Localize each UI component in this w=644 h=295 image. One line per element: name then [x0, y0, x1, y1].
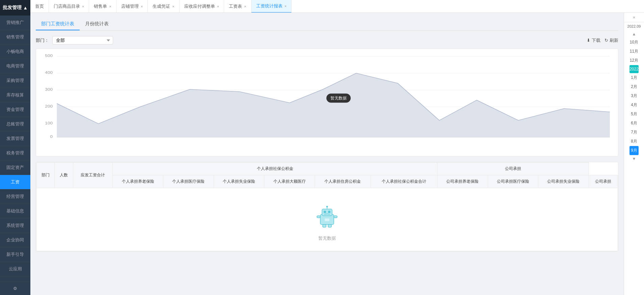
- calendar-month-12月[interactable]: 12月: [629, 56, 639, 65]
- sidebar-item-税务管理[interactable]: 税务管理: [0, 146, 30, 160]
- tab-生成凭证[interactable]: 生成凭证×: [148, 0, 179, 13]
- download-label: 下载: [592, 37, 600, 43]
- data-table-wrap: 部门 人数 应发工资合计 个人承担社保公积金 公司承担 个人承担养老保险 个人承…: [36, 162, 618, 252]
- refresh-icon: ↻: [605, 38, 608, 43]
- toolbar-left: 部门： 全部: [36, 36, 113, 45]
- tab-close-icon[interactable]: ×: [244, 4, 246, 8]
- sidebar-toggle-icon: ▲: [23, 5, 28, 10]
- sidebar-item-固定资产[interactable]: 固定资产: [0, 160, 30, 175]
- sidebar-item-营销推广[interactable]: 营销推广: [0, 16, 30, 30]
- empty-state: 暂无数据: [39, 191, 615, 248]
- calendar-month-2月[interactable]: 2月: [629, 82, 639, 91]
- sidebar-item-库存核算[interactable]: 库存核算: [0, 88, 30, 102]
- tab-label: 应收应付调整单: [184, 3, 215, 9]
- calendar-month-9月[interactable]: 9月: [629, 146, 639, 155]
- table-empty-row: 暂无数据: [36, 188, 618, 251]
- th-total-wage: 应发工资合计: [73, 163, 113, 188]
- th-p-housing: 个人承担住房公积金: [315, 175, 371, 188]
- th-c-unemploy: 公司承担失业保险: [538, 175, 589, 188]
- sub-tab-月份统计表[interactable]: 月份统计表: [80, 18, 114, 30]
- calendar-month-6月[interactable]: 6月: [629, 119, 639, 128]
- tab-工资统计报表[interactable]: 工资统计报表×: [251, 0, 292, 13]
- sidebar-item-云应用[interactable]: 云应用: [0, 262, 30, 276]
- empty-icon: [314, 204, 341, 231]
- dept-select[interactable]: 全部: [52, 36, 113, 45]
- calendar-month-8月[interactable]: 8月: [629, 137, 639, 146]
- calendar-month-7月[interactable]: 7月: [629, 128, 639, 137]
- sidebar-item-基础信息[interactable]: 基础信息: [0, 204, 30, 218]
- th-c-medical: 公司承担医疗保险: [488, 175, 538, 188]
- sidebar-footer-settings[interactable]: ⚙: [0, 282, 30, 295]
- chart-area: 500 400 300 200 100 0: [36, 49, 618, 156]
- svg-rect-15: [324, 211, 326, 213]
- tab-店铺管理[interactable]: 店铺管理×: [116, 0, 148, 13]
- sidebar-header[interactable]: 批发管理 ▲: [0, 0, 30, 16]
- tab-label: 工资统计报表: [256, 3, 283, 9]
- th-p-pension: 个人承担养老保险: [113, 175, 163, 188]
- sidebar-item-销售管理[interactable]: 销售管理: [0, 30, 30, 45]
- tab-bar: 首页门店商品目录×销售单×店铺管理×生成凭证×应收应付调整单×工资表×工资统计报…: [30, 0, 644, 13]
- th-p-unemploy: 个人承担失业保险: [214, 175, 264, 188]
- calendar-month-11月[interactable]: 11月: [629, 47, 639, 56]
- sidebar-item-总账管理[interactable]: 总账管理: [0, 117, 30, 131]
- sidebar-item-工资[interactable]: 工资: [0, 175, 30, 189]
- sidebar-item-企业协同[interactable]: 企业协同: [0, 233, 30, 247]
- tab-工资表[interactable]: 工资表×: [224, 0, 251, 13]
- svg-text:300: 300: [45, 87, 53, 91]
- refresh-button[interactable]: ↻ 刷新: [605, 37, 618, 43]
- tab-close-icon[interactable]: ×: [172, 4, 174, 8]
- svg-text:500: 500: [45, 54, 53, 58]
- svg-rect-21: [323, 225, 326, 227]
- calendar-month-1月[interactable]: 1月: [629, 73, 639, 82]
- tab-首页[interactable]: 首页: [30, 0, 49, 13]
- sub-tabs: 部门工资统计表月份统计表: [36, 18, 618, 31]
- th-p-total: 个人承担社保公积金合计: [371, 175, 437, 188]
- sidebar-item-电商管理[interactable]: 电商管理: [0, 59, 30, 73]
- calendar-close-button[interactable]: ×: [624, 13, 644, 22]
- tab-close-icon[interactable]: ×: [217, 4, 219, 8]
- data-table: 部门 人数 应发工资合计 个人承担社保公积金 公司承担 个人承担养老保险 个人承…: [36, 162, 618, 251]
- empty-text: 暂无数据: [39, 235, 615, 241]
- calendar-month-2022[interactable]: 2022: [629, 65, 639, 73]
- tab-close-icon[interactable]: ×: [141, 4, 143, 8]
- tab-close-icon[interactable]: ×: [82, 4, 84, 8]
- th-people: 人数: [55, 163, 73, 188]
- sidebar-item-采购管理[interactable]: 采购管理: [0, 73, 30, 88]
- sub-tab-部门工资统计表[interactable]: 部门工资统计表: [36, 18, 80, 30]
- svg-text:200: 200: [45, 104, 53, 108]
- tab-label: 店铺管理: [121, 3, 139, 9]
- sidebar-item-小畅电商[interactable]: 小畅电商: [0, 45, 30, 59]
- tab-门店商品目录[interactable]: 门店商品目录×: [49, 0, 89, 13]
- svg-rect-20: [334, 216, 337, 218]
- sidebar-item-系统管理[interactable]: 系统管理: [0, 218, 30, 233]
- refresh-label: 刷新: [610, 37, 618, 43]
- calendar-panel: × 2022.09 ▲ 10月11月12月20221月2月3月4月5月6月7月8…: [624, 13, 644, 295]
- tab-label: 门店商品目录: [54, 3, 80, 9]
- svg-rect-22: [328, 225, 331, 227]
- download-icon: ⬇: [587, 38, 590, 43]
- calendar-month-4月[interactable]: 4月: [629, 100, 639, 110]
- calendar-month-3月[interactable]: 3月: [629, 91, 639, 100]
- th-company-insurance: 公司承担: [437, 163, 589, 175]
- svg-text:400: 400: [45, 70, 53, 75]
- sidebar-item-新手引导[interactable]: 新手引导: [0, 247, 30, 262]
- main-area: 首页门店商品目录×销售单×店铺管理×生成凭证×应收应付调整单×工资表×工资统计报…: [30, 0, 644, 295]
- table-header-row1: 部门 人数 应发工资合计 个人承担社保公积金 公司承担: [36, 163, 618, 175]
- tab-label: 首页: [35, 3, 44, 9]
- calendar-down-button[interactable]: ▼: [624, 155, 644, 163]
- calendar-year-label: 2022.09: [627, 22, 641, 30]
- tab-应收应付调整单[interactable]: 应收应付调整单×: [180, 0, 224, 13]
- calendar-up-button[interactable]: ▲: [624, 30, 644, 38]
- calendar-month-10月[interactable]: 10月: [629, 38, 639, 47]
- tab-close-icon[interactable]: ×: [109, 4, 111, 8]
- th-c-pension: 公司承担养老保险: [437, 175, 488, 188]
- sidebar-item-发票管理[interactable]: 发票管理: [0, 131, 30, 146]
- sidebar-item-资金管理[interactable]: 资金管理: [0, 102, 30, 117]
- calendar-month-5月[interactable]: 5月: [629, 110, 639, 119]
- tab-close-icon[interactable]: ×: [285, 4, 287, 8]
- table-empty-cell: 暂无数据: [36, 188, 618, 251]
- download-button[interactable]: ⬇ 下载: [587, 37, 600, 43]
- tab-销售单[interactable]: 销售单×: [89, 0, 116, 13]
- sidebar-item-经营管理[interactable]: 经营管理: [0, 189, 30, 204]
- sidebar: 批发管理 ▲ 营销推广销售管理小畅电商电商管理采购管理库存核算资金管理总账管理发…: [0, 0, 30, 295]
